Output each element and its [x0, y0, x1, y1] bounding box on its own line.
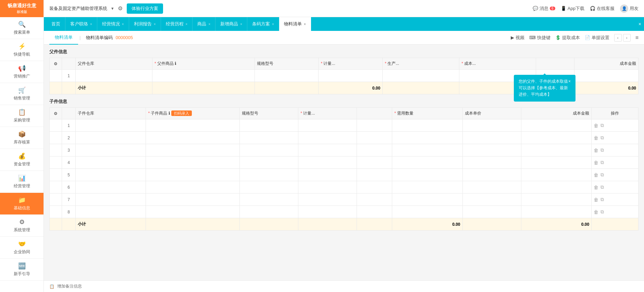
- child-row3-product[interactable]: [146, 144, 240, 156]
- copy-icon[interactable]: ⧉: [600, 209, 604, 215]
- child-row2-warehouse[interactable]: [76, 132, 146, 144]
- child-row6-product[interactable]: [146, 181, 240, 194]
- child-row1-warehouse[interactable]: [76, 119, 146, 132]
- delete-icon[interactable]: 🗑: [594, 160, 598, 165]
- child-row8-unit[interactable]: [298, 206, 357, 218]
- shortcut-button[interactable]: ⌨ 快捷键: [529, 35, 550, 41]
- child-row7-spec[interactable]: [240, 194, 298, 206]
- child-row4-qty[interactable]: [392, 156, 462, 169]
- sidebar-item-basic-info[interactable]: 📁 基础信息: [0, 193, 44, 215]
- single-settings-button[interactable]: 📄 单据设置: [585, 35, 609, 41]
- view-toggle-button[interactable]: ≡: [635, 35, 639, 41]
- child-row8-cost-price[interactable]: [462, 206, 521, 218]
- child-row2-cost-price[interactable]: [462, 132, 521, 144]
- child-row5-warehouse[interactable]: [76, 169, 146, 181]
- parent-col-gear[interactable]: ⚙: [50, 58, 62, 70]
- sub-tab-bom-list[interactable]: 物料清单: [49, 31, 78, 45]
- child-row2-product[interactable]: [146, 132, 240, 144]
- experience-button[interactable]: 体验行业方案: [127, 3, 163, 14]
- child-row3-warehouse[interactable]: [76, 144, 146, 156]
- tab-goods-close[interactable]: ×: [208, 22, 210, 26]
- child-row3-spec[interactable]: [240, 144, 298, 156]
- parent-row-spec-1[interactable]: [255, 70, 319, 82]
- child-row1-spec[interactable]: [240, 119, 298, 132]
- sidebar-item-inventory[interactable]: 📦 库存核算: [0, 127, 44, 149]
- child-row6-spec[interactable]: [240, 181, 298, 194]
- child-row5-cost-price[interactable]: [462, 169, 521, 181]
- child-row2-spec[interactable]: [240, 132, 298, 144]
- parent-row-warehouse-1[interactable]: [76, 70, 152, 82]
- tab-bom-close[interactable]: ×: [304, 22, 306, 26]
- sidebar-item-finance[interactable]: 💰 资金管理: [0, 149, 44, 171]
- settings-gear-icon[interactable]: ⚙: [118, 5, 123, 12]
- copy-icon[interactable]: ⧉: [600, 197, 604, 202]
- child-row4-unit[interactable]: [298, 156, 357, 169]
- tab-operation-status[interactable]: 经营情况 ×: [97, 17, 129, 31]
- sidebar-item-enterprise[interactable]: 🤝 企业协同: [0, 237, 44, 259]
- tab-customer[interactable]: 客户联络 ×: [65, 17, 97, 31]
- sidebar-item-purchase[interactable]: 📋 采购管理: [0, 105, 44, 127]
- sidebar-item-search[interactable]: 🔍 搜索菜单: [0, 17, 44, 39]
- child-row6-unit[interactable]: [298, 181, 357, 194]
- tab-profit-close[interactable]: ×: [154, 22, 156, 26]
- child-row4-cost-price[interactable]: [462, 156, 521, 169]
- copy-icon[interactable]: ⧉: [600, 172, 604, 178]
- sidebar-item-sales[interactable]: 🛒 销售管理: [0, 83, 44, 105]
- child-row4-warehouse[interactable]: [76, 156, 146, 169]
- sidebar-item-system[interactable]: ⚙ 系统管理: [0, 215, 44, 237]
- child-row5-spec[interactable]: [240, 169, 298, 181]
- app-download-button[interactable]: 📱 App下载: [561, 5, 584, 12]
- child-row4-spec[interactable]: [240, 156, 298, 169]
- sidebar-item-operation[interactable]: 📊 经营管理: [0, 171, 44, 193]
- user-button[interactable]: 👤 用友: [620, 4, 639, 13]
- delete-icon[interactable]: 🗑: [594, 135, 598, 141]
- delete-icon[interactable]: 🗑: [594, 185, 598, 190]
- online-service-button[interactable]: 🎧 在线客服: [590, 5, 615, 12]
- delete-icon[interactable]: 🗑: [594, 172, 598, 178]
- nav-close-all[interactable]: ×: [639, 21, 641, 27]
- child-row8-warehouse[interactable]: [76, 206, 146, 218]
- delete-icon[interactable]: 🗑: [594, 123, 598, 128]
- child-row3-qty[interactable]: [392, 144, 462, 156]
- child-row6-cost-price[interactable]: [462, 181, 521, 194]
- child-row7-cost-price[interactable]: [462, 194, 521, 206]
- sidebar-item-marketing[interactable]: 📢 营销推广: [0, 61, 44, 83]
- nav-next-button[interactable]: ›: [623, 34, 631, 42]
- tab-barcode-close[interactable]: ×: [272, 22, 274, 26]
- child-row1-product[interactable]: [146, 119, 240, 132]
- child-row6-warehouse[interactable]: [76, 181, 146, 194]
- child-row7-qty[interactable]: [392, 194, 462, 206]
- scan-input-button[interactable]: 扫码录入: [171, 110, 192, 116]
- child-col-gear[interactable]: ⚙: [50, 108, 62, 119]
- tab-new-goods[interactable]: 新增商品 ×: [215, 17, 247, 31]
- sidebar-item-guide[interactable]: 🆕 新手引导: [0, 259, 44, 281]
- tab-barcode[interactable]: 条码方案 ×: [247, 17, 279, 31]
- parent-row-product-1[interactable]: [152, 70, 255, 82]
- tab-customer-close[interactable]: ×: [90, 22, 92, 26]
- child-row7-unit[interactable]: [298, 194, 357, 206]
- child-row2-unit[interactable]: [298, 132, 357, 144]
- parent-row-unit-1[interactable]: [319, 70, 383, 82]
- child-row5-unit[interactable]: [298, 169, 357, 181]
- sidebar-item-quick-nav[interactable]: ⚡ 快捷导航: [0, 39, 44, 61]
- delete-icon[interactable]: 🗑: [594, 148, 598, 153]
- tab-home[interactable]: 首页: [47, 17, 65, 31]
- child-row8-product[interactable]: [146, 206, 240, 218]
- copy-icon[interactable]: ⧉: [600, 184, 604, 190]
- child-row5-product[interactable]: [146, 169, 240, 181]
- copy-icon[interactable]: ⧉: [600, 160, 604, 165]
- parent-row-produce-1[interactable]: [383, 70, 459, 82]
- child-row1-unit[interactable]: [298, 119, 357, 132]
- extract-cost-button[interactable]: 💲 提取成本: [555, 35, 580, 41]
- tab-new-goods-close[interactable]: ×: [240, 22, 242, 26]
- child-row7-product[interactable]: [146, 194, 240, 206]
- copy-icon[interactable]: ⧉: [600, 122, 604, 128]
- copy-icon[interactable]: ⧉: [600, 135, 604, 141]
- child-row3-unit[interactable]: [298, 144, 357, 156]
- tab-history-close[interactable]: ×: [186, 22, 188, 26]
- dropdown-icon[interactable]: ▾: [111, 6, 114, 11]
- video-button[interactable]: ▶ 视频: [511, 35, 524, 41]
- child-row7-warehouse[interactable]: [76, 194, 146, 206]
- child-row5-qty[interactable]: [392, 169, 462, 181]
- child-row2-qty[interactable]: [392, 132, 462, 144]
